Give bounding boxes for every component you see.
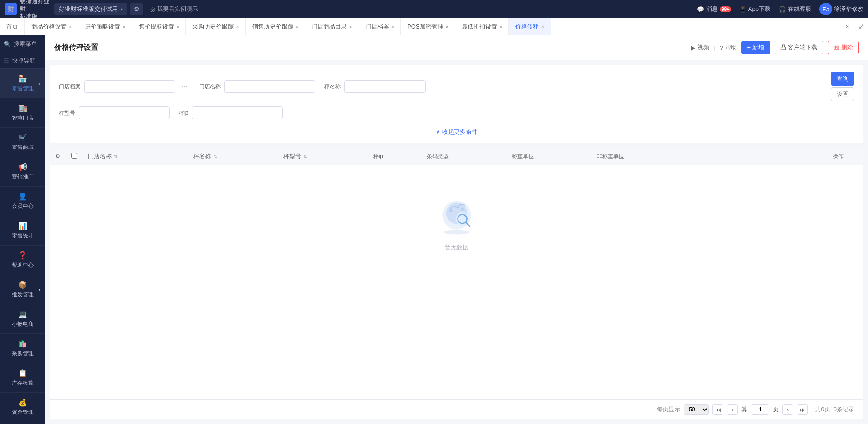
prev-page-button[interactable]: ‹ [727, 404, 738, 415]
question-icon: ? [720, 44, 723, 51]
page-label-before: 算 [741, 405, 747, 414]
close-icon[interactable]: × [69, 24, 72, 29]
last-page-button[interactable]: ⏭ [797, 404, 808, 415]
scale-ip-label: 秤ip [179, 109, 188, 117]
wholesale-icon: 📦 [18, 280, 27, 289]
delete-button[interactable]: 面 删除 [828, 41, 859, 54]
avatar: Ea [819, 3, 832, 15]
table-checkbox-header[interactable] [66, 148, 83, 165]
tab-price-scale[interactable]: 价格传秤 × [509, 18, 551, 35]
sidebar-item-retail[interactable]: 🏪 零售管理 ▲ [0, 69, 45, 98]
sidebar-item-member[interactable]: 👤 会员中心 [0, 187, 45, 216]
settings-button[interactable]: 设置 [831, 87, 854, 101]
inventory-icon: 📋 [18, 369, 27, 377]
sidebar-item-smart-store[interactable]: 🏬 智慧门店 [0, 98, 45, 128]
help-link[interactable]: ? 帮助 [720, 43, 736, 52]
page-number-input[interactable] [751, 404, 769, 415]
demo-link[interactable]: ◎ 我要看实例演示 [150, 5, 198, 13]
close-icon[interactable]: × [541, 24, 544, 29]
sidebar-quick-nav[interactable]: ☰ 快捷导航 [0, 53, 45, 69]
sidebar-item-ledger[interactable]: 📒 总账管理 [0, 422, 45, 424]
tab-home[interactable]: 首页 [0, 18, 25, 35]
sidebar-item-online-store[interactable]: 🛒 零售商城 [0, 128, 45, 157]
tab-pos-encrypt[interactable]: POS加密管理 × [401, 18, 455, 35]
tab-label: 售价提取设置 [139, 23, 174, 31]
video-link[interactable]: ▶ 视频 [691, 43, 709, 52]
tab-expand-button[interactable]: ⤢ [855, 22, 868, 31]
tab-sale-extract[interactable]: 售价提取设置 × [132, 18, 186, 35]
tab-min-discount[interactable]: 最低折扣设置 × [455, 18, 509, 35]
search-button[interactable]: 查询 [831, 72, 854, 86]
close-icon[interactable]: × [446, 24, 449, 29]
sidebar-item-help[interactable]: ❓ 帮助中心 [0, 246, 45, 275]
close-icon[interactable]: × [349, 24, 352, 29]
video-icon: ▶ [691, 44, 696, 51]
tab-purchase-history[interactable]: 采购历史价跟踪 × [186, 18, 245, 35]
store-name-input[interactable] [224, 80, 315, 93]
tab-sales-history[interactable]: 销售历史价跟踪 × [246, 18, 305, 35]
cart-icon: 🛒 [18, 133, 27, 142]
add-button[interactable]: + 新增 [741, 41, 770, 54]
tab-purchase-strategy[interactable]: 进价策略设置 × [78, 18, 132, 35]
table-settings-header[interactable]: ⚙ [50, 148, 66, 165]
sidebar-item-inventory[interactable]: 📋 库存核算 [0, 363, 45, 393]
user-menu[interactable]: Ea 徐泽华修改 [819, 3, 863, 15]
sidebar-item-retail-stats[interactable]: 📊 零售统计 [0, 216, 45, 246]
logo-text: 畅捷通好业财 标准版 [20, 0, 50, 20]
th-store-name: 门店名称 ⇅ [83, 148, 188, 165]
sort-icon[interactable]: ⇅ [114, 154, 117, 159]
tab-close-button[interactable]: × [840, 23, 855, 31]
select-all-checkbox[interactable] [71, 153, 77, 159]
per-page-select[interactable]: 10 20 50 100 [684, 404, 709, 415]
close-icon[interactable]: × [176, 24, 179, 29]
purchase-icon: 🛍️ [18, 339, 27, 348]
tab-label: 最低折扣设置 [462, 23, 497, 31]
store-file-input[interactable] [84, 80, 175, 93]
edition-selector[interactable]: 好业财标准版交付试用 ▾ [54, 3, 127, 15]
edition-settings-button[interactable]: ⚙ [130, 3, 143, 15]
sidebar-item-marketing[interactable]: 📢 营销推广 [0, 157, 45, 187]
app-download-button[interactable]: 📱 App下载 [739, 5, 770, 13]
chevron-down-icon: ▾ [121, 7, 123, 12]
close-icon[interactable]: × [236, 24, 239, 29]
stats-icon: 📊 [18, 222, 27, 230]
empty-state: 暂无数据 [50, 165, 863, 279]
tab-label: 价格传秤 [515, 23, 539, 31]
scale-ip-input[interactable] [192, 106, 283, 119]
tab-product-price[interactable]: 商品价格设置 × [25, 18, 78, 35]
online-service-button[interactable]: 🎧 在线客服 [779, 5, 811, 13]
close-icon[interactable]: × [296, 24, 298, 29]
th-non-weight-unit: 非称重单位 [591, 148, 827, 165]
next-page-button[interactable]: › [782, 404, 793, 415]
collapse-button[interactable]: ∧ 收起更多条件 [59, 125, 854, 139]
sidebar-item-finance[interactable]: 💰 资金管理 [0, 393, 45, 422]
scale-name-input[interactable] [344, 80, 426, 93]
close-icon[interactable]: × [391, 24, 394, 29]
headset-icon: 🎧 [779, 6, 786, 13]
sort-icon[interactable]: ⇅ [303, 154, 307, 159]
marketing-icon: 📢 [18, 163, 27, 171]
top-bar-right: 💬 消息 99+ 📱 App下载 🎧 在线客服 Ea 徐泽华修改 [697, 3, 863, 15]
messages-badge: 99+ [720, 6, 731, 12]
tab-store-catalog[interactable]: 门店商品目录 × [305, 18, 359, 35]
sidebar-item-wholesale[interactable]: 📦 批发管理 ▼ [0, 275, 45, 304]
scale-name-label: 秤名称 [324, 83, 341, 91]
sidebar-search[interactable]: 🔍 搜索菜单 [0, 35, 45, 53]
sidebar-item-ecommerce[interactable]: 💻 小畅电商 [0, 304, 45, 334]
sidebar-item-purchase[interactable]: 🛍️ 采购管理 [0, 334, 45, 363]
sidebar-item-label: 资金管理 [12, 409, 34, 416]
messages-button[interactable]: 💬 消息 99+ [697, 5, 731, 13]
sort-icon[interactable]: ⇅ [214, 154, 217, 159]
more-dots-icon[interactable]: ··· [179, 82, 190, 91]
download-button[interactable]: 凸 客户端下载 [775, 41, 824, 54]
main-layout: 🔍 搜索菜单 ☰ 快捷导航 🏪 零售管理 ▲ 🏬 智慧门店 🛒 零售商城 📢 营… [0, 35, 868, 424]
sidebar: 🔍 搜索菜单 ☰ 快捷导航 🏪 零售管理 ▲ 🏬 智慧门店 🛒 零售商城 📢 营… [0, 35, 45, 424]
scale-model-input[interactable] [79, 106, 170, 119]
separator: | [714, 44, 715, 51]
help-icon: ❓ [18, 251, 27, 260]
close-icon[interactable]: × [499, 24, 502, 29]
close-icon[interactable]: × [122, 24, 125, 29]
first-page-button[interactable]: ⏮ [712, 404, 723, 415]
tab-store-file[interactable]: 门店档案 × [359, 18, 401, 35]
tab-label: 采购历史价跟踪 [192, 23, 234, 31]
